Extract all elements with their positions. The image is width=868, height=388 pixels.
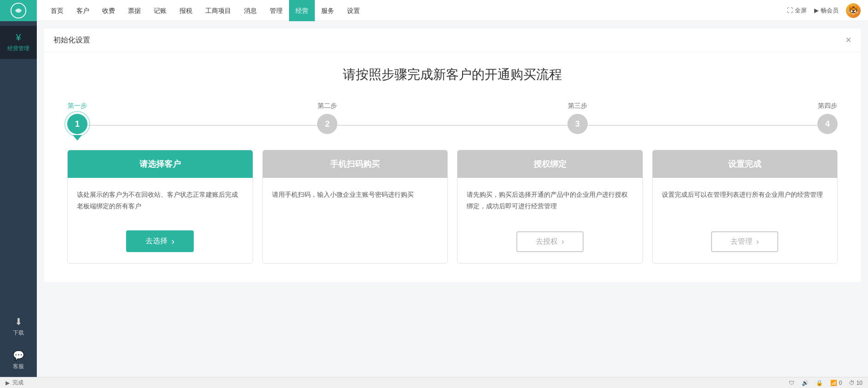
status-bar: ▶ 完成 🛡 🔊 🔒 📶 0 ⏱ 10 bbox=[0, 377, 868, 388]
time-status: ⏱ 10 bbox=[849, 380, 862, 386]
setup-main-title: 请按照步骤完成新客户的开通购买流程 bbox=[67, 66, 838, 83]
nav-billing[interactable]: 收费 bbox=[96, 0, 122, 21]
user-avatar[interactable]: 🐯 bbox=[846, 3, 861, 18]
sidebar: ¥ 经营管理 ⬇ 下载 💬 客服 bbox=[0, 21, 37, 377]
go-authorize-button[interactable]: 去授权 › bbox=[516, 231, 584, 252]
member-btn[interactable]: ▶ 畅会员 bbox=[814, 6, 839, 15]
volume-icon: 🔊 bbox=[802, 380, 809, 386]
nav-service[interactable]: 服务 bbox=[315, 0, 341, 21]
step-3-label: 第三步 bbox=[568, 102, 587, 110]
card-4-header: 设置完成 bbox=[653, 150, 838, 178]
steps-row: 第一步 1 第二步 2 第三步 3 bbox=[67, 102, 838, 141]
step-arrow-2 bbox=[337, 125, 567, 126]
card-3-body: 请先购买，购买后选择开通的产品中的企业用户进行授权绑定，成功后即可进行经营管理 bbox=[457, 178, 642, 224]
nav-right: ⛶ 全屏 ▶ 畅会员 🐯 bbox=[787, 3, 861, 18]
nav-home[interactable]: 首页 bbox=[44, 0, 70, 21]
sidebar-download[interactable]: ⬇ 下载 bbox=[0, 310, 37, 343]
nav-invoice[interactable]: 票据 bbox=[122, 0, 147, 21]
step-arrow-1 bbox=[87, 125, 317, 126]
card-1-footer: 去选择 › bbox=[68, 223, 253, 263]
go-manage-button[interactable]: 去管理 › bbox=[711, 231, 778, 252]
nav-accounting[interactable]: 记账 bbox=[147, 0, 173, 21]
nav-customer[interactable]: 客户 bbox=[70, 0, 96, 21]
step-1-label: 第一步 bbox=[68, 102, 87, 110]
nav-tax[interactable]: 报税 bbox=[173, 0, 199, 21]
main-content: 初始化设置 × 请按照步骤完成新客户的开通购买流程 第一步 1 第二步 2 bbox=[37, 21, 868, 377]
setup-area: 请按照步骤完成新客户的开通购买流程 第一步 1 第二步 2 bbox=[44, 52, 861, 282]
lock-icon: 🔒 bbox=[816, 380, 823, 386]
yen-icon: ¥ bbox=[16, 32, 21, 43]
sidebar-download-label: 下载 bbox=[13, 329, 24, 337]
card-2-header: 手机扫码购买 bbox=[263, 150, 448, 178]
sidebar-support-label: 客服 bbox=[13, 363, 24, 370]
step-4-wrapper: 第四步 4 bbox=[817, 102, 838, 134]
status-bar-right: 🛡 🔊 🔒 📶 0 ⏱ 10 bbox=[789, 380, 862, 386]
card-1-header: 请选择客户 bbox=[68, 150, 253, 178]
sidebar-item-label: 经营管理 bbox=[7, 45, 29, 53]
step-2-label: 第二步 bbox=[318, 102, 337, 110]
select-arrow-icon: › bbox=[171, 236, 174, 247]
sidebar-support[interactable]: 💬 客服 bbox=[0, 343, 37, 377]
step-arrow-3 bbox=[588, 125, 817, 126]
card-3: 授权绑定 请先购买，购买后选择开通的产品中的企业用户进行授权绑定，成功后即可进行… bbox=[457, 150, 643, 264]
fullscreen-icon: ⛶ bbox=[787, 7, 793, 14]
app-logo bbox=[0, 0, 37, 21]
manage-arrow-icon: › bbox=[756, 237, 759, 247]
step-2-circle: 2 bbox=[317, 114, 337, 134]
network-status: 📶 0 bbox=[830, 380, 842, 386]
nav-manage[interactable]: 管理 bbox=[263, 0, 289, 21]
step-1-circle: 1 bbox=[67, 114, 87, 134]
shield-icon: 🛡 bbox=[789, 380, 794, 386]
play-status-icon: ▶ bbox=[6, 380, 10, 386]
fullscreen-btn[interactable]: ⛶ 全屏 bbox=[787, 6, 807, 15]
card-3-footer: 去授权 › bbox=[457, 224, 642, 263]
sidebar-bottom: ⬇ 下载 💬 客服 bbox=[0, 310, 37, 377]
page-header: 初始化设置 × bbox=[44, 29, 861, 52]
step-4-label: 第四步 bbox=[818, 102, 837, 110]
step-3-circle: 3 bbox=[567, 114, 588, 134]
nav-business[interactable]: 工商项目 bbox=[199, 0, 237, 21]
page-title: 初始化设置 bbox=[53, 35, 90, 45]
play-icon: ▶ bbox=[814, 7, 819, 14]
card-4-body: 设置完成后可以在管理列表进行所有企业用户的经营管理 bbox=[653, 178, 838, 224]
card-2-body: 请用手机扫码，输入小微企业主账号密码进行购买 bbox=[263, 178, 448, 245]
card-4-footer: 去管理 › bbox=[653, 224, 838, 263]
status-label: 完成 bbox=[12, 379, 23, 387]
sidebar-item-operation[interactable]: ¥ 经营管理 bbox=[0, 26, 37, 59]
cards-row: 请选择客户 该处展示的客户为不在回收站、客户状态正常建账后完成老板端绑定的所有客… bbox=[67, 150, 838, 264]
card-2-footer bbox=[263, 245, 448, 263]
step-4-circle: 4 bbox=[817, 114, 838, 134]
card-4: 设置完成 设置完成后可以在管理列表进行所有企业用户的经营管理 去管理 › bbox=[652, 150, 838, 264]
go-select-button[interactable]: 去选择 › bbox=[126, 230, 194, 252]
close-button[interactable]: × bbox=[845, 35, 851, 45]
card-3-header: 授权绑定 bbox=[457, 150, 642, 178]
nav-operation[interactable]: 经营 bbox=[289, 0, 315, 21]
step-3-wrapper: 第三步 3 bbox=[567, 102, 588, 134]
nav-settings[interactable]: 设置 bbox=[341, 0, 366, 21]
support-icon: 💬 bbox=[13, 350, 24, 361]
authorize-arrow-icon: › bbox=[561, 237, 564, 247]
download-icon: ⬇ bbox=[15, 316, 23, 327]
nav-message[interactable]: 消息 bbox=[237, 0, 263, 21]
card-1-body: 该处展示的客户为不在回收站、客户状态正常建账后完成老板端绑定的所有客户 bbox=[68, 178, 253, 223]
nav-menu: 首页 客户 收费 票据 记账 报税 工商项目 消息 管理 经营 服务 设置 bbox=[44, 0, 366, 21]
card-2: 手机扫码购买 请用手机扫码，输入小微企业主账号密码进行购买 bbox=[262, 150, 448, 264]
card-1: 请选择客户 该处展示的客户为不在回收站、客户状态正常建账后完成老板端绑定的所有客… bbox=[67, 150, 253, 264]
step-1-wrapper: 第一步 1 bbox=[67, 102, 87, 141]
top-nav: 首页 客户 收费 票据 记账 报税 工商项目 消息 管理 经营 服务 设置 ⛶ … bbox=[37, 0, 868, 21]
step-2-wrapper: 第二步 2 bbox=[317, 102, 337, 134]
